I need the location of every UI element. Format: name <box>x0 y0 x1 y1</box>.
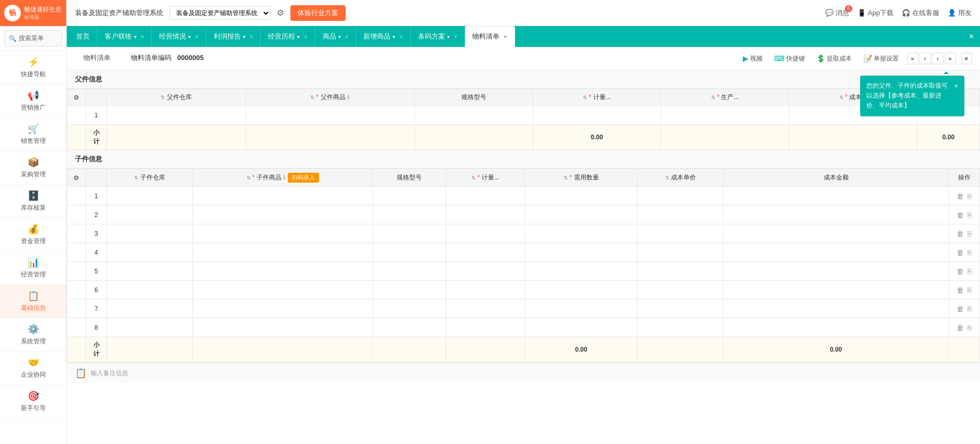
child-row-unit-price[interactable] <box>638 243 724 262</box>
child-row-warehouse[interactable] <box>107 318 193 337</box>
sidebar-item-finance[interactable]: 💰 资金管理 <box>0 218 66 251</box>
child-row-unit[interactable] <box>446 262 525 281</box>
sidebar-item-purchase[interactable]: 📦 采购管理 <box>0 151 66 185</box>
copy-icon[interactable]: ⎘ <box>967 211 972 219</box>
child-row-product[interactable] <box>192 243 372 262</box>
child-row-spec[interactable] <box>373 187 446 206</box>
child-row-quantity[interactable] <box>525 187 638 206</box>
child-row-quantity[interactable] <box>525 262 638 281</box>
tab-barcode[interactable]: 条码方案 ▾ × <box>411 26 465 47</box>
settings-icon[interactable]: ⚙ <box>277 8 284 18</box>
child-row-unit[interactable] <box>446 318 525 337</box>
tab-customer-close[interactable]: × <box>141 33 144 40</box>
sidebar-item-cooperation[interactable]: 🤝 企业协同 <box>0 352 66 385</box>
child-row-warehouse[interactable] <box>107 243 193 262</box>
row-product-cell[interactable] <box>246 106 414 125</box>
child-row-unit-price[interactable] <box>638 187 724 206</box>
copy-icon[interactable]: ⎘ <box>967 305 972 313</box>
trial-button[interactable]: 体验行业方案 <box>290 5 346 21</box>
child-row-warehouse[interactable] <box>107 262 193 281</box>
scan-input-button[interactable]: 扫码录入 <box>288 173 319 183</box>
delete-icon[interactable]: 🗑 <box>957 305 964 313</box>
tooltip-close-button[interactable]: × <box>954 81 958 92</box>
note-placeholder[interactable]: 输入备注信息 <box>91 369 128 378</box>
cost-button[interactable]: 💲 提取成本 <box>813 53 855 65</box>
delete-icon[interactable]: 🗑 <box>957 192 964 200</box>
settings-button[interactable]: 📝 单据设置 <box>860 53 902 65</box>
tab-operations[interactable]: 经营情况 ▾ × <box>152 26 206 47</box>
row-warehouse-cell[interactable] <box>107 106 246 125</box>
sidebar-item-marketing[interactable]: 📢 营销推广 <box>0 85 66 118</box>
next-page-button[interactable]: › <box>932 53 944 64</box>
tab-history[interactable]: 经营历程 ▾ × <box>261 26 315 47</box>
copy-icon[interactable]: ⎘ <box>967 267 972 275</box>
child-row-product[interactable] <box>192 299 372 318</box>
child-row-spec[interactable] <box>373 224 446 243</box>
grid-view-button[interactable]: ≡ <box>961 53 972 64</box>
child-row-warehouse[interactable] <box>107 224 193 243</box>
child-row-unit[interactable] <box>446 243 525 262</box>
first-page-button[interactable]: « <box>907 53 918 64</box>
sidebar-item-basic-info[interactable]: 📋 基础信息 <box>0 285 66 318</box>
child-row-spec[interactable] <box>373 281 446 299</box>
child-row-quantity[interactable] <box>525 243 638 262</box>
tab-new-product-close[interactable]: × <box>399 33 402 40</box>
child-row-unit[interactable] <box>446 224 525 243</box>
child-row-warehouse[interactable] <box>107 281 193 299</box>
row-unit-cell[interactable] <box>533 106 661 125</box>
child-row-spec[interactable] <box>373 262 446 281</box>
child-row-unit-price[interactable] <box>638 318 724 337</box>
search-menu-button[interactable]: 🔍 搜索菜单 <box>4 30 62 46</box>
child-row-quantity[interactable] <box>525 299 638 318</box>
tab-home[interactable]: 首页 <box>69 26 97 47</box>
child-row-quantity[interactable] <box>525 224 638 243</box>
child-row-product[interactable] <box>192 224 372 243</box>
sidebar-item-system[interactable]: ⚙️ 系统管理 <box>0 318 66 352</box>
copy-icon[interactable]: ⎘ <box>967 230 972 238</box>
child-row-quantity[interactable] <box>525 281 638 299</box>
app-download-button[interactable]: 📱 App下载 <box>858 8 893 18</box>
child-row-product[interactable] <box>192 187 372 206</box>
row-produce-cell[interactable] <box>661 106 789 125</box>
delete-icon[interactable]: 🗑 <box>957 286 964 294</box>
child-row-product[interactable] <box>192 318 372 337</box>
tab-profit-close[interactable]: × <box>250 33 253 40</box>
parent-col-settings[interactable]: ⚙ <box>67 89 86 106</box>
sidebar-item-sales[interactable]: 🛒 销售管理 <box>0 118 66 151</box>
child-row-unit-price[interactable] <box>638 281 724 299</box>
child-row-unit[interactable] <box>446 281 525 299</box>
child-row-unit-price[interactable] <box>638 299 724 318</box>
copy-icon[interactable]: ⎘ <box>967 286 972 294</box>
child-col-settings[interactable]: ⚙ <box>67 169 86 187</box>
delete-icon[interactable]: 🗑 <box>957 248 964 257</box>
sidebar-item-operations[interactable]: 📊 经营管理 <box>0 251 66 285</box>
child-row-product[interactable] <box>192 281 372 299</box>
child-row-quantity[interactable] <box>525 318 638 337</box>
child-row-warehouse[interactable] <box>107 187 193 206</box>
child-row-unit[interactable] <box>446 206 525 224</box>
child-row-unit-price[interactable] <box>638 224 724 243</box>
child-row-spec[interactable] <box>373 318 446 337</box>
view-button[interactable]: ▶ 视频 <box>740 53 766 65</box>
copy-icon[interactable]: ⎘ <box>967 248 972 257</box>
sidebar-item-inventory[interactable]: 🗄️ 库存核算 <box>0 185 66 218</box>
prev-page-button[interactable]: ‹ <box>920 53 931 64</box>
child-row-spec[interactable] <box>373 206 446 224</box>
tab-products[interactable]: 商品 ▾ × <box>315 26 356 47</box>
tab-operations-close[interactable]: × <box>195 33 198 40</box>
child-row-warehouse[interactable] <box>107 206 193 224</box>
tab-products-close[interactable]: × <box>345 33 348 40</box>
tab-customer[interactable]: 客户联络 ▾ × <box>97 26 152 47</box>
user-button[interactable]: 👤 用友 <box>948 8 972 18</box>
sidebar-item-quick-nav[interactable]: ⚡ 快捷导航 <box>0 51 66 85</box>
child-row-product[interactable] <box>192 262 372 281</box>
sidebar-item-guide[interactable]: 🎯 新手引导 <box>0 385 66 418</box>
child-row-warehouse[interactable] <box>107 299 193 318</box>
tab-bom-close[interactable]: × <box>504 33 507 40</box>
close-all-tabs[interactable]: × <box>965 32 978 41</box>
child-row-product[interactable] <box>192 206 372 224</box>
child-row-unit-price[interactable] <box>638 262 724 281</box>
last-page-button[interactable]: » <box>945 53 956 64</box>
child-row-quantity[interactable] <box>525 206 638 224</box>
copy-icon[interactable]: ⎘ <box>967 192 972 200</box>
